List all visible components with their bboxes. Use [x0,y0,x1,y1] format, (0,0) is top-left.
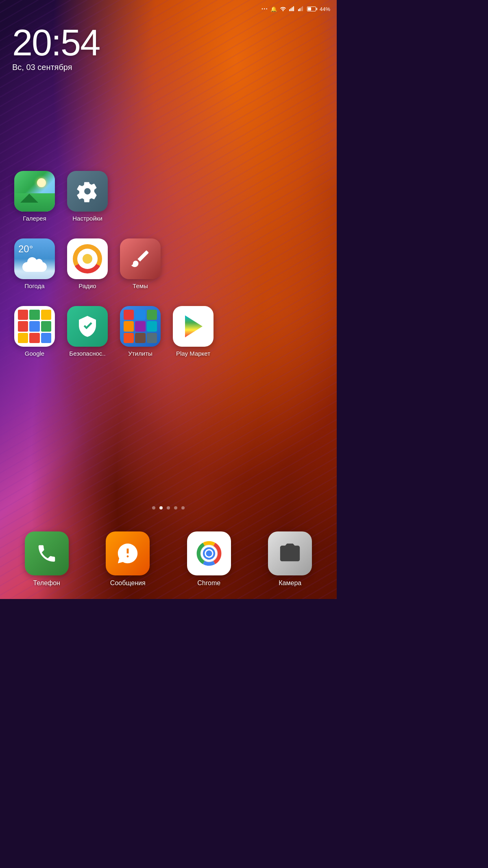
security-icon [67,306,108,347]
app-themes[interactable]: Темы [118,238,163,290]
play-triangle-svg [179,312,207,341]
status-bar: ··· 🔔 [0,0,337,18]
silent-icon: 🔔 [270,6,277,12]
google-cell [41,333,51,343]
weather-cloud [22,262,47,272]
play-market-icon [173,306,214,347]
camera-label: Камера [279,579,301,587]
clock: 20:54 [12,24,100,61]
indicator-4[interactable] [181,506,185,509]
app-row-3: Google Безопаснос.. Утилиты [12,306,325,357]
utils-cell [124,333,134,343]
google-cell [18,310,28,320]
gallery-label: Галерея [23,215,46,222]
shield-svg [76,315,99,338]
battery-icon [307,7,317,11]
status-icons: ··· 🔔 [261,5,330,13]
wifi-icon [279,6,287,13]
svg-rect-4 [298,9,299,11]
app-google[interactable]: Google [12,306,57,357]
google-cell [41,321,51,331]
utils-cell [147,321,157,331]
indicator-0[interactable] [152,506,155,509]
weather-icon: 20° [14,238,55,279]
dock-camera[interactable]: Камера [266,531,314,587]
app-row-2: 20° Погода Радио Темы [12,238,325,290]
utils-cell [147,310,157,320]
chrome-label: Chrome [197,579,220,587]
weather-label: Погода [24,282,44,290]
play-market-label: Play Маркет [176,350,210,357]
utils-cell [124,310,134,320]
utilities-label: Утилиты [128,350,152,357]
app-radio[interactable]: Радио [65,238,110,290]
overflow-icon: ··· [261,5,268,13]
utils-cell [147,333,157,343]
app-utilities[interactable]: Утилиты [118,306,163,357]
signal2-icon [298,6,305,13]
gallery-icon [14,171,55,212]
google-grid [18,310,51,343]
signal-icon [289,6,296,13]
security-label: Безопаснос.. [69,350,105,357]
google-cell [29,321,39,331]
settings-label: Настройки [72,215,102,222]
dock-phone[interactable]: Телефон [22,531,71,587]
dock-messages[interactable]: Сообщения [103,531,152,587]
svg-marker-8 [185,315,203,337]
utils-cell [135,310,145,320]
svg-rect-3 [293,6,294,11]
phone-icon [25,531,69,575]
svg-rect-5 [299,8,300,11]
chrome-icon [187,531,231,575]
time-display: 20:54 Вс, 03 сентября [12,24,100,72]
indicator-1[interactable] [159,506,163,509]
indicator-3[interactable] [174,506,177,509]
battery-percentage: 44% [320,6,330,12]
google-cell [18,333,28,343]
dock-chrome[interactable]: Chrome [185,531,233,587]
gear-svg [76,180,98,202]
utils-cell [135,333,145,343]
indicator-2[interactable] [167,506,170,509]
app-weather[interactable]: 20° Погода [12,238,57,290]
dock: Телефон Сообщения [0,531,337,587]
app-grid: Галерея Настройки 20° Погода [0,171,337,374]
google-label: Google [25,350,44,357]
utilities-icon [120,306,161,347]
svg-rect-1 [290,8,291,11]
chrome-svg [194,538,224,569]
svg-rect-6 [301,7,301,11]
utils-cell [135,321,145,331]
app-playmarket[interactable]: Play Маркет [171,306,216,357]
google-cell [18,321,28,331]
themes-icon [120,238,161,279]
google-cell [29,333,39,343]
themes-label: Темы [133,282,148,290]
google-cell [41,310,51,320]
camera-icon [268,531,312,575]
date-display: Вс, 03 сентября [12,63,100,72]
radio-label: Радио [78,282,96,290]
utils-cell [124,321,134,331]
google-folder-icon [14,306,55,347]
app-settings[interactable]: Настройки [65,171,110,222]
brush-svg [129,248,151,270]
app-gallery[interactable]: Галерея [12,171,57,222]
messages-svg [116,542,139,565]
weather-temp: 20° [18,243,33,255]
camera-svg [278,542,302,565]
messages-label: Сообщения [110,579,146,587]
utils-grid [124,310,157,343]
settings-icon [67,171,108,212]
svg-rect-7 [302,6,303,11]
app-security[interactable]: Безопаснос.. [65,306,110,357]
radio-icon [67,238,108,279]
phone-svg [36,542,58,564]
google-cell [29,310,39,320]
svg-rect-2 [292,7,292,11]
svg-point-13 [206,550,212,556]
app-row-1: Галерея Настройки [12,171,325,222]
page-indicators [0,506,337,509]
svg-rect-0 [289,9,290,11]
